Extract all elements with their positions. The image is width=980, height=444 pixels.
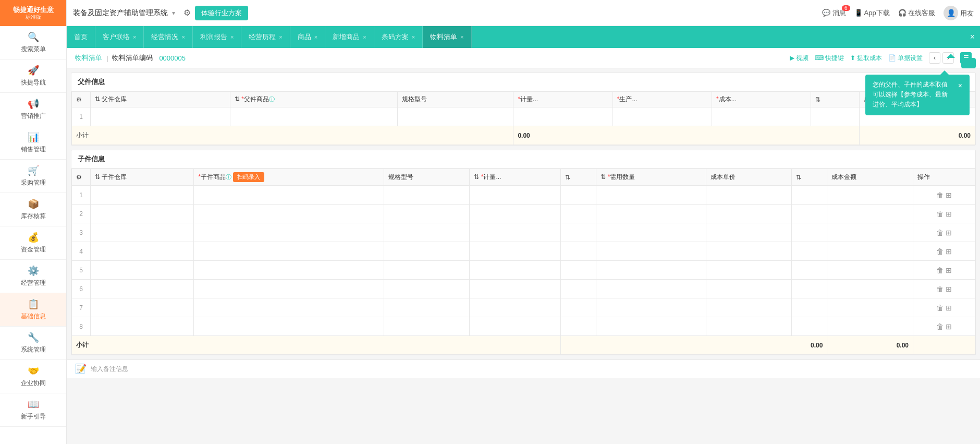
- tab-bom-close[interactable]: ×: [460, 34, 463, 40]
- warehouse-sort-icon[interactable]: ⇅: [95, 95, 100, 103]
- sidebar-item-sales[interactable]: 📊 销售管理: [0, 126, 66, 160]
- tab-goods-label: 商品: [298, 32, 311, 42]
- sidebar-item-system[interactable]: 🔧 系统管理: [0, 327, 66, 360]
- sidebar-item-guide[interactable]: 📖 新手引导: [0, 393, 66, 427]
- view-action[interactable]: ▶ 视频: [790, 54, 808, 63]
- delete-icon-1[interactable]: 🗑: [936, 191, 944, 199]
- child-settings-icon[interactable]: ⚙: [76, 174, 82, 181]
- settings-gear-icon[interactable]: ⚙: [183, 8, 191, 18]
- tab-barcode-close[interactable]: ×: [412, 34, 415, 40]
- sidebar-item-inventory[interactable]: 📦 库存核算: [0, 193, 66, 226]
- tab-operations-status[interactable]: 经营情况 ×: [144, 26, 192, 48]
- tab-customer[interactable]: 客户联络 ×: [95, 26, 144, 48]
- delete-icon-2[interactable]: 🗑: [936, 210, 944, 218]
- tab-newgoods-close[interactable]: ×: [363, 34, 366, 40]
- child-unit-1[interactable]: [470, 186, 561, 205]
- child-unitcost-1[interactable]: [706, 186, 792, 205]
- tab-new-goods[interactable]: 新增商品 ×: [325, 26, 374, 48]
- copy-icon-3[interactable]: ⊞: [946, 229, 952, 237]
- scan-button[interactable]: 扫码录入: [233, 172, 264, 182]
- breadcrumb-bom[interactable]: 物料清单: [75, 53, 102, 63]
- child-row-3: 3 🗑 ⊞: [72, 223, 975, 242]
- child-spec-1[interactable]: [384, 186, 470, 205]
- tab-ops-history[interactable]: 经营历程 ×: [241, 26, 290, 48]
- child-action-7: 🗑 ⊞: [913, 298, 975, 317]
- experience-button[interactable]: 体验行业方案: [195, 6, 248, 20]
- shortcut-action[interactable]: ⌨ 快捷键: [815, 54, 844, 63]
- sidebar-item-purchase[interactable]: 🛒 采购管理: [0, 160, 66, 193]
- tab-profit-label: 利润报告: [200, 32, 227, 42]
- tab-ops-close[interactable]: ×: [181, 34, 185, 40]
- parent-cell-produce-1[interactable]: [612, 107, 712, 126]
- child-warehouse-sort[interactable]: ⇅: [95, 173, 100, 181]
- child-col-spec: 规格型号: [384, 169, 470, 186]
- parent-cell-warehouse-1[interactable]: [91, 107, 230, 126]
- sidebar-item-basic-info[interactable]: 📋 基础信息: [0, 293, 66, 327]
- child-qty-sort[interactable]: ⇅: [601, 173, 606, 181]
- child-warehouse-1[interactable]: [91, 186, 194, 205]
- parent-cell-cost-1[interactable]: [712, 107, 811, 126]
- sidebar-item-label: 新手引导: [21, 412, 46, 421]
- parent-col-cost: *成本...: [712, 92, 811, 107]
- copy-icon-4[interactable]: ⊞: [946, 247, 952, 256]
- delete-icon-4[interactable]: 🗑: [936, 247, 944, 256]
- tab-profit-report[interactable]: 利润报告 ×: [193, 26, 241, 48]
- child-unit-sort[interactable]: ⇅: [474, 173, 479, 181]
- parent-cell-goods-1[interactable]: [230, 107, 397, 126]
- copy-icon-2[interactable]: ⊞: [946, 210, 952, 218]
- app-download-link[interactable]: 📱 App下载: [854, 8, 890, 18]
- delete-icon-3[interactable]: 🗑: [936, 229, 944, 237]
- main-area: 装备及固定资产辅助管理系统 ▾ ⚙ 体验行业方案 💬 6 消息 📱 App下载 …: [67, 0, 980, 444]
- sidebar-item-search[interactable]: 🔍 搜索菜单: [0, 26, 66, 59]
- goods-sort-icon[interactable]: ⇅: [235, 95, 240, 103]
- online-service-link[interactable]: 🎧 在线客服: [898, 8, 936, 18]
- tabs-close-all[interactable]: ×: [965, 32, 980, 42]
- search-icon: 🔍: [28, 31, 39, 43]
- delete-icon-6[interactable]: 🗑: [936, 285, 944, 293]
- child-goods-1[interactable]: [194, 186, 384, 205]
- copy-icon-7[interactable]: ⊞: [946, 304, 952, 312]
- delete-icon-8[interactable]: 🗑: [936, 322, 944, 331]
- tab-goods[interactable]: 商品 ×: [290, 26, 325, 48]
- dropdown-arrow-icon[interactable]: ▾: [172, 9, 175, 17]
- parent-subtotal-amount: 0.00: [859, 126, 975, 145]
- nav-tabs: 首页 客户联络 × 经营情况 × 利润报告 × 经营历程 × 商品 × 新增商品…: [67, 26, 980, 48]
- sidebar-item-enterprise[interactable]: 🤝 企业协同: [0, 360, 66, 393]
- parent-cell-spec-1[interactable]: [398, 107, 513, 126]
- settings-col-icon[interactable]: ⚙: [76, 96, 82, 103]
- tab-home[interactable]: 首页: [67, 26, 95, 48]
- copy-icon-1[interactable]: ⊞: [946, 191, 952, 199]
- parent-cell-sort-1[interactable]: [811, 107, 859, 126]
- delete-icon-7[interactable]: 🗑: [936, 304, 944, 312]
- tab-barcode[interactable]: 条码方案 ×: [374, 26, 423, 48]
- tab-bom[interactable]: 物料清单 ×: [423, 26, 471, 48]
- child-qty-1[interactable]: [596, 186, 706, 205]
- child-sort2-1[interactable]: [792, 186, 827, 205]
- sidebar-item-operations[interactable]: ⚙️ 经营管理: [0, 260, 66, 293]
- single-settings-action[interactable]: 📄 单据设置: [888, 54, 923, 63]
- copy-icon-6[interactable]: ⊞: [946, 285, 952, 293]
- tab-hist-close[interactable]: ×: [279, 34, 282, 40]
- sidebar-item-finance[interactable]: 💰 资金管理: [0, 226, 66, 260]
- sidebar-item-quick-nav[interactable]: 🚀 快捷导航: [0, 59, 66, 93]
- child-col-sort1: ⇅: [561, 169, 596, 186]
- tab-profit-close[interactable]: ×: [230, 34, 234, 40]
- notifications[interactable]: 💬 6 消息: [822, 8, 846, 18]
- user-avatar[interactable]: 👤 用友: [944, 6, 974, 20]
- parent-cell-unit-1[interactable]: [513, 107, 612, 126]
- headset-icon: 🎧: [898, 9, 906, 17]
- prev-button[interactable]: ‹: [929, 52, 940, 64]
- delete-icon-5[interactable]: 🗑: [936, 266, 944, 274]
- copy-icon-8[interactable]: ⊞: [946, 322, 952, 331]
- child-col-settings: ⚙: [72, 169, 91, 186]
- page-header: 物料清单 | 物料清单编码 0000005 ▶ 视频 ⌨ 快捷键 ⬆ 提取成本 …: [67, 48, 980, 68]
- copy-icon-5[interactable]: ⊞: [946, 266, 952, 274]
- sidebar-item-label: 采购管理: [21, 178, 46, 187]
- sidebar-item-marketing[interactable]: 📢 营销推广: [0, 93, 66, 126]
- child-sort1-1[interactable]: [561, 186, 596, 205]
- tooltip-close[interactable]: ×: [958, 80, 962, 91]
- keyboard-icon: ⌨: [815, 54, 824, 62]
- tab-goods-close[interactable]: ×: [314, 34, 317, 40]
- tab-customer-close[interactable]: ×: [133, 34, 136, 40]
- extract-cost-action[interactable]: ⬆ 提取成本: [850, 54, 882, 63]
